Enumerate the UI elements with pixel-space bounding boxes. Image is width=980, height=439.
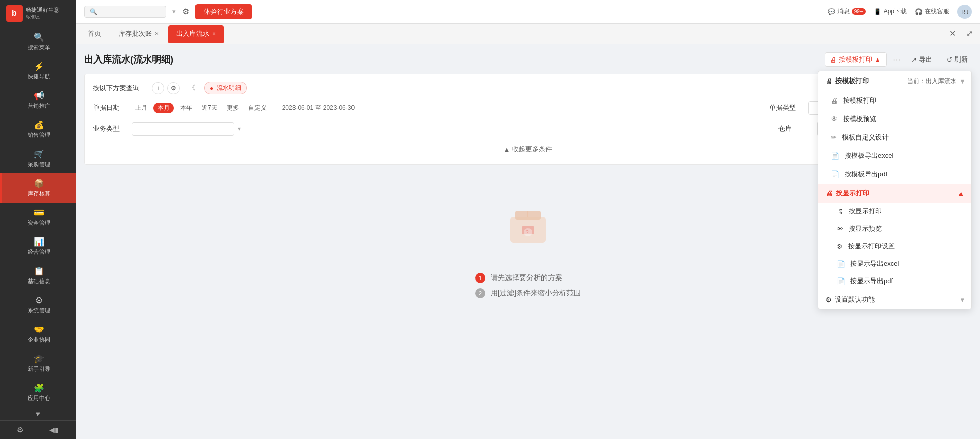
sidebar-item-marketing[interactable]: 📢 营销推广 — [0, 86, 76, 115]
display-print-section-icon: 🖨 — [826, 189, 833, 197]
chevron-up-icon: ▲ — [874, 56, 881, 64]
flow-tab-close-icon[interactable]: × — [212, 30, 216, 37]
print-template-button[interactable]: 🖨 按模板打印 ▲ — [825, 52, 887, 67]
set-default-icon: ⚙ — [826, 296, 832, 304]
template-design-item[interactable]: ✏ 模板自定义设计 — [818, 128, 971, 147]
basic-icon: 📋 — [34, 266, 44, 276]
trial-button[interactable]: 体验行业方案 — [195, 4, 252, 19]
display-preview-item[interactable]: 👁 按显示预览 — [818, 220, 971, 237]
sidebar-item-label: 库存核算 — [28, 190, 50, 197]
sidebar-item-finance[interactable]: 💳 资金管理 — [0, 203, 76, 232]
enterprise-icon: 🤝 — [34, 325, 44, 334]
template-export-excel-item[interactable]: 📄 按模板导出excel — [818, 147, 971, 165]
printer-header-icon: 🖨 — [826, 77, 832, 85]
sidebar-item-operation[interactable]: 📊 经营管理 — [0, 232, 76, 261]
sidebar-item-search[interactable]: 🔍 搜索菜单 — [0, 27, 76, 56]
sidebar-item-purchase[interactable]: 🛒 采购管理 — [0, 144, 76, 173]
display-set-label: 按显示打印设置 — [848, 242, 895, 251]
online-service-btn[interactable]: 🎧 在线客服 — [915, 7, 949, 16]
display-print-set-item[interactable]: ⚙ 按显示打印设置 — [818, 237, 971, 255]
export-button[interactable]: ↗ 导出 — [907, 53, 936, 66]
tabbar: 首页 库存批次账 × 出入库流水 × ✕ ⤢ — [76, 24, 980, 44]
section2-collapse-icon[interactable]: ▲ — [957, 190, 964, 197]
display-print-header[interactable]: 🖨 按显示打印 ▲ — [818, 184, 971, 203]
step-1-num: 1 — [475, 273, 485, 283]
template-print-label: 按模板打印 — [843, 96, 876, 105]
filter-collapse-icon[interactable]: 《 — [188, 83, 196, 93]
purchase-icon: 🛒 — [34, 149, 44, 159]
template-excel-label: 按模板导出excel — [845, 151, 893, 161]
topbar-search-input[interactable] — [101, 8, 162, 15]
collapse-sidebar-icon[interactable]: ◀▮ — [49, 426, 59, 434]
warehouse-filter-label: 仓库 — [778, 124, 809, 133]
settings-icon[interactable]: ⚙ — [17, 426, 24, 434]
sidebar-item-label: 营销推广 — [28, 102, 50, 110]
online-service-label: 在线客服 — [925, 7, 949, 16]
date-btn-more[interactable]: 更多 — [224, 103, 242, 113]
biz-type-select[interactable] — [132, 122, 234, 136]
sidebar-item-shortcut[interactable]: ⚡ 快捷导航 — [0, 56, 76, 86]
main-area: 🔍 ▾ ⚙ 体验行业方案 💬 消息 99+ 📱 App下载 🎧 在线客服 — [76, 0, 980, 439]
filter-tag-label: 流水明细 — [217, 84, 241, 92]
template-preview-icon: 👁 — [831, 115, 838, 123]
display-preview-icon: 👁 — [837, 225, 844, 233]
sidebar-item-label: 企业协同 — [28, 336, 50, 344]
actions-separator: ⋯ — [893, 55, 901, 65]
dropdown-collapse-icon[interactable]: ▾ — [961, 77, 964, 85]
tabbar-right: ✕ ⤢ — [946, 28, 976, 39]
date-btn-custom[interactable]: 自定义 — [245, 103, 270, 113]
sidebar-item-appcenter[interactable]: 🧩 应用中心 — [0, 378, 76, 407]
message-icon: 💬 — [828, 8, 835, 15]
set-default-btn[interactable]: ⚙ 设置默认功能 ▾ — [818, 290, 971, 309]
refresh-button[interactable]: ↺ 刷新 — [943, 53, 972, 66]
date-btn-current-month[interactable]: 本月 — [153, 103, 174, 113]
topbar-gear-icon[interactable]: ⚙ — [182, 7, 189, 16]
add-filter-button[interactable]: + — [152, 82, 164, 94]
display-pdf-icon: 📄 — [837, 277, 845, 285]
phone-icon: 📱 — [874, 8, 881, 15]
display-excel-label: 按显示导出excel — [850, 259, 899, 268]
date-btn-7days[interactable]: 近7天 — [199, 103, 221, 113]
template-pdf-icon: 📄 — [831, 170, 839, 178]
message-btn[interactable]: 💬 消息 99+ — [828, 7, 866, 16]
sidebar-item-inventory[interactable]: 📦 库存核算 — [0, 173, 76, 203]
sidebar-scroll-down[interactable]: ▼ — [0, 408, 76, 420]
user-avatar[interactable]: Rit — [957, 5, 972, 19]
template-preview-item[interactable]: 👁 按模板预览 — [818, 110, 971, 128]
topbar-search[interactable]: 🔍 — [84, 6, 166, 18]
tab-close-all-button[interactable]: ✕ — [946, 28, 959, 39]
filter-tag[interactable]: ● 流水明细 — [204, 82, 247, 94]
display-export-excel-item[interactable]: 📄 按显示导出excel — [818, 255, 971, 272]
tab-expand-button[interactable]: ⤢ — [963, 28, 976, 39]
system-icon: ⚙ — [35, 295, 43, 305]
date-btn-year[interactable]: 本年 — [177, 103, 195, 113]
svg-text:?: ? — [526, 230, 529, 235]
dropdown-current-label: 当前：出入库流水 — [907, 77, 956, 86]
display-export-pdf-item[interactable]: 📄 按显示导出pdf — [818, 272, 971, 290]
tab-home[interactable]: 首页 — [80, 25, 109, 43]
sidebar-item-enterprise[interactable]: 🤝 企业协同 — [0, 320, 76, 349]
content-area: 出入库流水(流水明细) 🖨 按模板打印 ▲ ⋯ ↗ 导出 ↺ 刷新 — [76, 44, 980, 439]
step-1-text: 请先选择要分析的方案 — [491, 273, 562, 283]
template-print-item[interactable]: 🖨 按模板打印 — [818, 91, 971, 110]
sidebar-item-label: 资金管理 — [28, 219, 50, 227]
marketing-icon: 📢 — [34, 91, 44, 101]
collapse-button[interactable]: ▲ 收起更多条件 — [496, 142, 561, 157]
doc-type-filter-label: 单据类型 — [769, 103, 800, 112]
tab-flow[interactable]: 出入库流水 × — [168, 25, 224, 43]
filter-settings-button[interactable]: ⚙ — [167, 82, 180, 94]
template-export-pdf-item[interactable]: 📄 按模板导出pdf — [818, 165, 971, 184]
topbar-dropdown-icon[interactable]: ▾ — [172, 8, 176, 15]
sidebar-item-newbie[interactable]: 🎓 新手引导 — [0, 349, 76, 378]
sidebar-item-system[interactable]: ⚙ 系统管理 — [0, 290, 76, 320]
tab-batch[interactable]: 库存批次账 × — [111, 25, 166, 43]
date-range-text: 2023-06-01 至 2023-06-30 — [282, 104, 355, 112]
date-btn-last-month[interactable]: 上月 — [132, 103, 150, 113]
display-print-item[interactable]: 🖨 按显示打印 — [818, 203, 971, 220]
collapse-label: 收起更多条件 — [512, 145, 552, 154]
batch-tab-close-icon[interactable]: × — [155, 30, 159, 37]
sidebar-item-sales[interactable]: 💰 销售管理 — [0, 115, 76, 144]
app-download-btn[interactable]: 📱 App下载 — [874, 7, 907, 16]
sidebar-item-basic[interactable]: 📋 基础信息 — [0, 261, 76, 290]
print-template-label: 按模板打印 — [839, 55, 872, 64]
